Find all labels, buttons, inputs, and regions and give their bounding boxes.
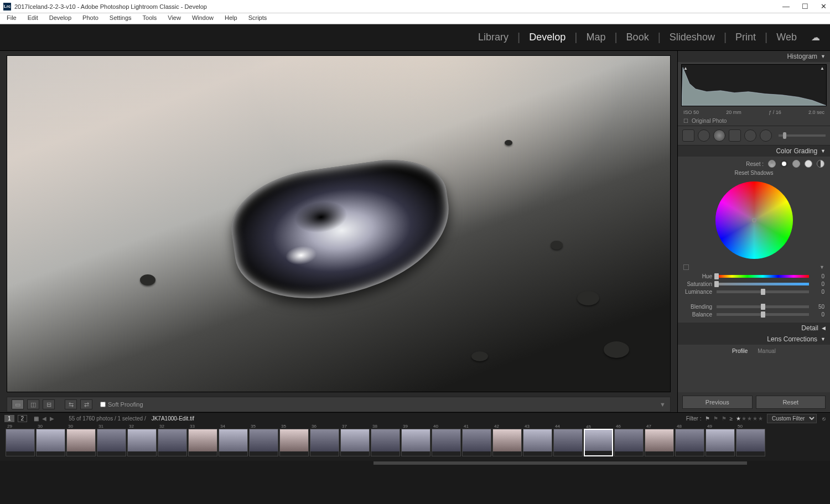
menu-file[interactable]: File [1,13,22,24]
histogram[interactable]: ▲ ▲ [681,64,827,106]
second-window-button[interactable]: 2 [18,415,28,422]
menu-view[interactable]: View [162,13,186,24]
module-map[interactable]: Map [577,32,614,43]
lens-manual-tab[interactable]: Manual [758,348,776,354]
previous-button[interactable]: Previous [682,396,753,409]
filmstrip-thumb[interactable]: 50 [736,429,765,456]
lens-corrections-header[interactable]: Lens Corrections ▼ [678,334,830,345]
saturation-slider[interactable] [717,283,809,285]
swatch-icon[interactable] [683,264,689,270]
main-window-button[interactable]: 1 [4,415,14,422]
blending-value[interactable]: 50 [813,304,824,310]
window-minimize-button[interactable]: — [782,2,790,11]
photo-preview[interactable] [7,55,671,392]
before-after-lr-button[interactable]: ◫ [27,399,39,409]
grid-icon[interactable]: ▦ [34,415,39,422]
before-after-tb-button[interactable]: ⊟ [43,399,55,409]
module-develop[interactable]: Develop [520,32,574,43]
filmstrip-thumb[interactable]: 33 [188,429,217,456]
filmstrip-thumb[interactable]: 48 [675,429,704,456]
filmstrip-thumb[interactable]: 46 [614,429,644,456]
cg-global-button[interactable] [817,160,824,168]
window-close-button[interactable]: ✕ [821,2,827,11]
filmstrip-thumb[interactable]: 47 [645,429,674,456]
hue-slider[interactable] [717,275,809,278]
compare-copy-button[interactable]: ⇄ [80,399,92,409]
filmstrip-thumb[interactable]: 44 [553,429,583,456]
filmstrip-thumb[interactable]: 39 [401,429,430,456]
clip-highlight-icon[interactable]: ▲ [820,66,824,71]
filmstrip-thumb[interactable]: 32 [158,429,187,456]
filmstrip-thumb[interactable]: 37 [340,429,370,456]
cg-view-3way-icon[interactable] [768,160,776,168]
cg-shadows-button[interactable] [780,160,788,168]
histogram-header[interactable]: Histogram ▼ [678,51,830,62]
brush-tool-button[interactable] [760,129,772,142]
filmstrip-thumb[interactable]: 34 [219,429,248,456]
filter-preset-select[interactable]: Custom Filter [767,414,817,423]
filmstrip-thumb[interactable]: 35 [249,429,278,456]
nav-next-icon[interactable]: ▶ [50,415,54,422]
balance-value[interactable]: 0 [813,311,824,318]
nav-prev-icon[interactable]: ◀ [42,415,46,422]
filmstrip-thumb[interactable]: 30 [36,429,65,456]
menu-settings[interactable]: Settings [104,13,137,24]
luminance-slider[interactable] [717,290,809,293]
module-slideshow[interactable]: Slideshow [661,32,724,43]
module-library[interactable]: Library [469,32,517,43]
rating-stars[interactable]: ★★★★★ [736,415,764,422]
filmstrip-thumb[interactable]: 32 [127,429,157,456]
menu-edit[interactable]: Edit [22,13,44,24]
filmstrip-thumb[interactable]: 49 [706,429,735,456]
flag-reject-icon[interactable]: ⚑ [713,415,718,422]
rating-gte-icon[interactable]: ≥ [730,415,733,422]
blending-slider[interactable] [717,305,809,308]
chevron-down-icon[interactable]: ▼ [819,264,824,270]
menu-scripts[interactable]: Scripts [243,13,273,24]
filter-lock-icon[interactable]: ⎋ [822,415,826,422]
cloud-sync-icon[interactable]: ☁ [811,32,820,43]
module-web[interactable]: Web [767,32,806,43]
crop-tool-button[interactable] [682,129,694,142]
filmstrip-thumb[interactable]: 31 [97,429,126,456]
color-wheel-picker[interactable] [752,218,756,222]
luminance-value[interactable]: 0 [813,289,824,295]
filmstrip-thumb[interactable]: 29 [6,429,35,456]
color-wheel[interactable] [715,181,793,259]
original-photo-toggle[interactable]: ☐ Original Photo [678,116,830,126]
filmstrip-thumb[interactable]: 41 [462,429,491,456]
menu-help[interactable]: Help [219,13,243,24]
menu-develop[interactable]: Develop [44,13,77,24]
filmstrip-scrollbar[interactable] [0,461,830,465]
filmstrip-thumb[interactable]: 42 [492,429,522,456]
filmstrip-thumb[interactable]: 35 [279,429,309,456]
tool-size-slider[interactable] [779,134,826,137]
menu-tools[interactable]: Tools [137,13,163,24]
grad-filter-button[interactable] [729,129,741,142]
filmstrip[interactable]: 2930303132323334353536373839404142434445… [0,424,830,461]
flag-pick-icon[interactable]: ⚑ [705,415,710,422]
cg-midtones-button[interactable] [792,160,800,168]
cg-highlights-button[interactable] [805,160,812,168]
module-print[interactable]: Print [727,32,765,43]
module-book[interactable]: Book [618,32,658,43]
color-grading-header[interactable]: Color Grading ▼ [678,146,830,157]
menu-window[interactable]: Window [186,13,219,24]
filmstrip-thumb[interactable]: 36 [310,429,339,456]
lens-profile-tab[interactable]: Profile [732,348,748,354]
filmstrip-thumb[interactable]: 38 [371,429,400,456]
flag-none-icon[interactable]: ⚑ [722,415,727,422]
toolbar-chevron-icon[interactable]: ▼ [660,401,666,408]
soft-proofing-toggle[interactable]: Soft Proofing [100,401,143,408]
compare-swap-button[interactable]: ⇆ [65,399,77,409]
window-maximize-button[interactable]: ☐ [802,2,808,11]
filmstrip-thumb[interactable]: 40 [432,429,461,456]
loupe-view-button[interactable]: ▭ [12,399,24,409]
balance-slider[interactable] [717,313,809,316]
clip-shadow-icon[interactable]: ▲ [683,66,688,71]
redeye-tool-button[interactable] [713,129,725,142]
filmstrip-thumb[interactable]: 45 [584,429,613,456]
radial-filter-button[interactable] [744,129,756,142]
detail-header[interactable]: Detail ◀ [678,323,830,334]
filmstrip-thumb[interactable]: 43 [523,429,552,456]
